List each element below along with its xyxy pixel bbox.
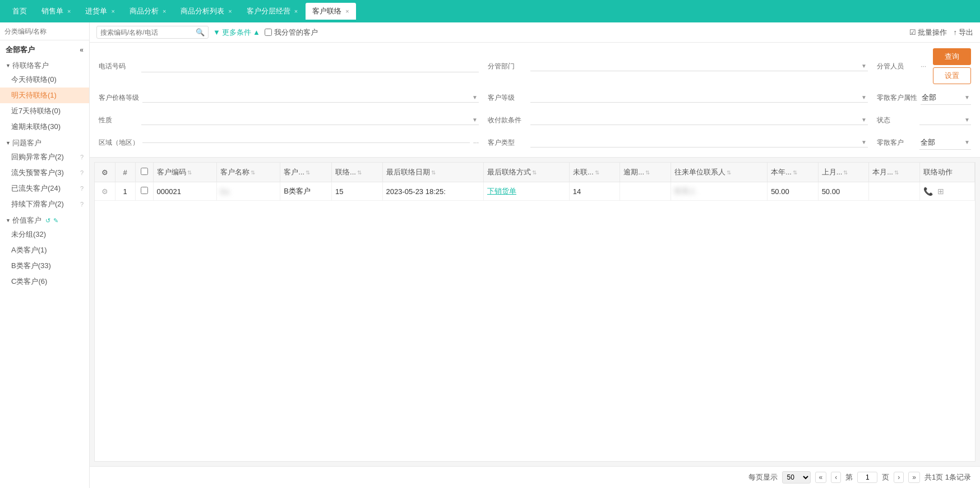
sidebar-item-churn-warning[interactable]: 流失预警客户(3) ? — [0, 165, 89, 181]
sidebar-item-tomorrow[interactable]: 明天待联络(1) — [0, 88, 89, 103]
sidebar-all-customers[interactable]: 全部客户 « — [0, 40, 89, 57]
top-nav: 首页 销售单 × 进货单 × 商品分析 × 商品分析列表 × 客户分层经营 × … — [0, 0, 980, 22]
filter-retail-customer-select[interactable]: 全部 ▼ — [919, 136, 971, 150]
sort-date-icon: ⇅ — [431, 169, 436, 176]
filter-btn[interactable]: ▼ 更多条件 ▲ — [213, 27, 260, 38]
col-last-date[interactable]: 最后联络日期⇅ — [382, 163, 483, 182]
first-page-btn[interactable]: « — [815, 472, 827, 483]
col-overdue[interactable]: 逾期...⇅ — [620, 163, 671, 182]
filter-nature-select[interactable]: ▼ — [141, 115, 479, 125]
sidebar-item-overdue[interactable]: 逾期未联络(30) — [0, 119, 89, 135]
close-customer-tier-icon[interactable]: × — [294, 8, 298, 15]
manager-dots[interactable]: ··· — [921, 62, 926, 70]
nav-analysis-list[interactable]: 商品分析列表 × — [174, 3, 238, 20]
filter-price-grade-select[interactable]: ▼ — [142, 93, 479, 103]
col-check[interactable] — [135, 163, 153, 182]
page-size-select[interactable]: 50 100 200 — [782, 471, 811, 484]
sidebar: 🔍 全部客户 « 待联络客户 今天待联络(0) 明天待联络(1) 近7天待联络(… — [0, 22, 90, 488]
col-unit-contact[interactable]: 往来单位联系人⇅ — [671, 163, 767, 182]
filter-payment-select[interactable]: ▼ — [530, 115, 868, 125]
action-grid-icon[interactable]: ⊞ — [937, 187, 944, 196]
prev-page-btn[interactable]: ‹ — [831, 472, 841, 483]
col-contact-count[interactable]: 联络...⇅ — [332, 163, 383, 182]
row-this-year: 50.00 — [768, 182, 819, 201]
close-analysis-icon[interactable]: × — [163, 8, 166, 15]
customer-grade-chevron-icon: ▼ — [861, 94, 867, 100]
sidebar-item-c-class[interactable]: C类客户(6) — [0, 274, 89, 289]
sidebar-item-today[interactable]: 今天待联络(0) — [0, 72, 89, 88]
col-code[interactable]: 客户编码⇅ — [153, 163, 216, 182]
row-settings[interactable]: ⚙ — [95, 182, 115, 201]
nav-home[interactable]: 首页 — [6, 3, 34, 20]
nav-customer-contact[interactable]: 客户联络 × — [306, 3, 355, 20]
sort-way-icon: ⇅ — [532, 169, 537, 176]
col-last-month[interactable]: 上月...⇅ — [818, 163, 869, 182]
sidebar-collapse-icon[interactable]: « — [80, 46, 84, 54]
col-this-month[interactable]: 本月...⇅ — [869, 163, 920, 182]
select-all-checkbox[interactable] — [141, 168, 148, 175]
my-customers-checkbox[interactable] — [265, 29, 272, 36]
sidebar-item-declining[interactable]: 持续下滑客户(2) ? — [0, 196, 89, 212]
row-last-way[interactable]: 下销货单 — [483, 182, 569, 201]
nav-sales[interactable]: 销售单 × — [35, 3, 77, 20]
page-input[interactable] — [857, 472, 877, 483]
region-dots[interactable]: ··· — [473, 139, 479, 146]
close-purchase-icon[interactable]: × — [111, 8, 114, 15]
row-checkbox[interactable] — [141, 187, 148, 194]
col-settings[interactable]: ⚙ — [95, 163, 115, 182]
row-check[interactable] — [135, 182, 153, 201]
table-row: ⚙ 1 000021 Ea B类客户 15 2023-05-23 18:25: … — [95, 182, 975, 201]
close-analysis-list-icon[interactable]: × — [228, 8, 232, 15]
nav-customer-tier[interactable]: 客户分层经营 × — [240, 3, 304, 20]
col-type[interactable]: 客户...⇅ — [280, 163, 332, 182]
toolbar: 🔍 ▼ 更多条件 ▲ 我分管的客户 ☑ 批量操作 ↑ 导出 — [90, 22, 980, 43]
search-input[interactable] — [100, 29, 193, 36]
nav-purchase[interactable]: 进货单 × — [78, 3, 121, 20]
sidebar-section-value[interactable]: 价值客户 ↺ ✎ — [0, 212, 89, 227]
batch-btn[interactable]: ☑ 批量操作 — [909, 27, 947, 38]
sidebar-item-a-class[interactable]: A类客户(1) — [0, 242, 89, 258]
close-sales-icon[interactable]: × — [67, 8, 71, 15]
sort-type-icon: ⇅ — [306, 169, 310, 176]
filter-retail-customer: 零散客户 全部 ▼ — [877, 133, 971, 151]
col-no-contact[interactable]: 未联...⇅ — [569, 163, 620, 182]
filter-dept-select[interactable]: ▼ — [530, 61, 868, 71]
my-customers-checkbox-label[interactable]: 我分管的客户 — [265, 27, 318, 38]
dept-chevron-icon: ▼ — [861, 63, 867, 69]
close-customer-contact-icon[interactable]: × — [345, 8, 349, 15]
status-chevron-icon: ▼ — [964, 117, 970, 123]
sidebar-item-churned[interactable]: 已流失客户(24) ? — [0, 181, 89, 196]
sidebar-item-7days[interactable]: 近7天待联络(0) — [0, 103, 89, 119]
toolbar-right: ☑ 批量操作 ↑ 导出 — [909, 27, 974, 38]
sidebar-item-repurchase-abnormal[interactable]: 回购异常客户(2) ? — [0, 149, 89, 165]
last-page-btn[interactable]: » — [908, 472, 920, 483]
filter-phone: 电话号码 — [99, 48, 479, 84]
col-last-way[interactable]: 最后联络方式⇅ — [483, 163, 569, 182]
export-btn[interactable]: ↑ 导出 — [954, 27, 974, 38]
filter-retail-attr-select[interactable]: 全部 ▼ — [921, 91, 971, 105]
col-this-year[interactable]: 本年...⇅ — [768, 163, 819, 182]
search-icon[interactable]: 🔍 — [196, 28, 205, 36]
next-page-btn[interactable]: › — [894, 472, 904, 483]
filter-customer-grade-select[interactable]: ▼ — [530, 93, 868, 103]
sidebar-section-problem[interactable]: 问题客户 — [0, 135, 89, 149]
sidebar-item-b-class[interactable]: B类客户(33) — [0, 258, 89, 274]
edit-icon[interactable]: ✎ — [53, 217, 58, 224]
filter-phone-input[interactable] — [141, 61, 479, 72]
query-btn[interactable]: 查询 — [933, 48, 971, 65]
set-btn[interactable]: 设置 — [933, 67, 971, 84]
filter-status-select[interactable]: ▼ — [919, 115, 971, 125]
refresh-icon[interactable]: ↺ — [45, 217, 50, 224]
row-name[interactable]: Ea — [216, 182, 280, 201]
action-phone-icon[interactable]: 📞 — [923, 187, 933, 196]
nav-analysis[interactable]: 商品分析 × — [123, 3, 173, 20]
batch-icon: ☑ — [909, 28, 916, 36]
col-name[interactable]: 客户名称⇅ — [216, 163, 280, 182]
row-no: 1 — [115, 182, 135, 201]
sidebar-section-pending[interactable]: 待联络客户 — [0, 57, 89, 72]
sidebar-search-input[interactable] — [4, 27, 89, 35]
sort-this-month-icon: ⇅ — [894, 169, 899, 176]
sidebar-item-ungrouped[interactable]: 未分组(32) — [0, 227, 89, 242]
total-label: 共1页 1条记录 — [924, 472, 971, 482]
filter-customer-type-select[interactable]: ▼ — [530, 137, 868, 148]
